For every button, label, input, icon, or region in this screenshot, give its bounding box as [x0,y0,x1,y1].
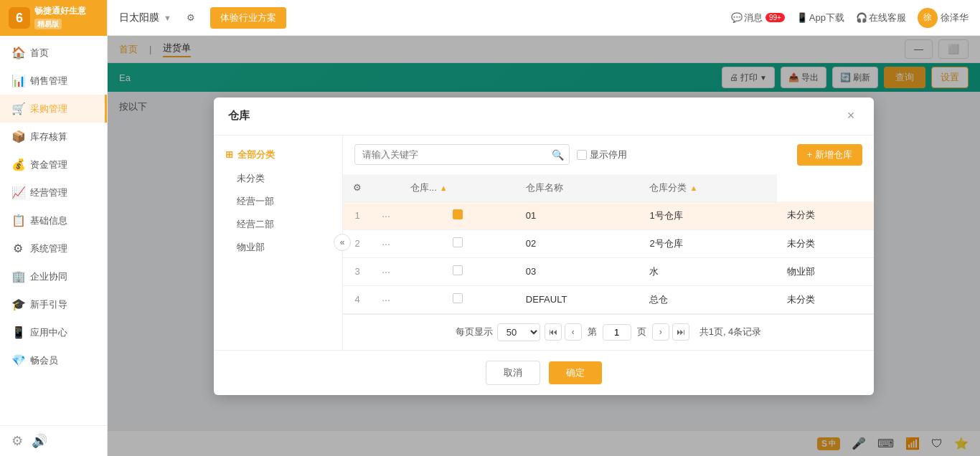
table-row[interactable]: 2··· 02 2号仓库 未分类 [343,229,874,257]
grid-icon: ⊞ [225,149,233,160]
checkbox-icon [577,150,587,160]
inventory-icon: 📦 [11,130,24,143]
enterprise-icon: 🏢 [11,270,24,283]
user-area[interactable]: 徐 徐泽华 [918,8,969,28]
base-icon: 📋 [11,214,24,227]
cat-item-all[interactable]: ⊞ 全部分类 [214,143,342,167]
row-actions[interactable]: ··· [372,201,400,229]
th-code[interactable]: 仓库... ▲ [400,174,516,202]
topbar: 日太阳膜 ▼ ⚙ 体验行业方案 💬 消息 99+ 📱 App下载 🎧 在线客服 … [108,0,980,36]
page-next-button[interactable]: › [652,323,669,341]
topbar-right: 💬 消息 99+ 📱 App下载 🎧 在线客服 徐 徐泽华 [731,8,969,28]
operations-icon: 📈 [11,186,24,199]
sidebar-item-home-label: 首页 [30,47,49,60]
sidebar: 6 畅捷通好生意 精易版 🏠 首页 📊 销售管理 🛒 采购管理 📦 库存核算 💰… [0,0,108,456]
add-warehouse-button[interactable]: + 新增仓库 [797,144,862,166]
appcenter-icon: 📱 [11,326,24,339]
dialog-header: 仓库 × [214,98,874,136]
sidebar-item-base[interactable]: 📋 基础信息 [0,206,107,234]
sidebar-item-enterprise[interactable]: 🏢 企业协同 [0,262,107,290]
per-page-select[interactable]: 50 100 200 [497,323,540,341]
table-row[interactable]: 1··· 01 1号仓库 未分类 [343,201,874,229]
row-name: 总仓 [639,285,776,313]
table-area: 🔍 显示停用 + 新增仓库 [343,136,874,350]
sidebar-nav: 🏠 首页 📊 销售管理 🛒 采购管理 📦 库存核算 💰 资金管理 📈 经营管理 … [0,36,107,425]
row-checkbox[interactable] [400,201,516,229]
dialog-close-button[interactable]: × [842,108,859,125]
dialog-title: 仓库 [228,109,250,123]
sidebar-item-system[interactable]: ⚙ 系统管理 [0,234,107,262]
cancel-button[interactable]: 取消 [486,361,540,385]
row-num: 4 [343,285,372,313]
table-header-row: ⚙ 仓库... ▲ [343,174,874,202]
th-name: 仓库名称 [516,174,640,202]
sidebar-item-home[interactable]: 🏠 首页 [0,39,107,67]
show-disabled-checkbox[interactable]: 显示停用 [577,148,627,161]
row-checkbox[interactable] [400,285,516,313]
sidebar-item-finance-label: 资金管理 [30,158,67,171]
sidebar-item-finance[interactable]: 💰 资金管理 [0,151,107,179]
finance-icon: 💰 [11,158,24,171]
cat-item-property[interactable]: 物业部 [214,236,342,259]
sidebar-item-appcenter-label: 应用中心 [30,326,67,339]
category-sidebar: ⊞ 全部分类 未分类 经营一部 经营二部 物业部 « [214,136,343,350]
topbar-settings-icon[interactable]: ⚙ [180,7,202,29]
cat-item-uncat[interactable]: 未分类 [214,167,342,190]
sidebar-item-sales[interactable]: 📊 销售管理 [0,67,107,95]
row-category: 未分类 [777,201,874,229]
sales-icon: 📊 [11,74,24,87]
store-selector[interactable]: 日太阳膜 ▼ [119,11,171,24]
notification-badge: 99+ [765,13,785,22]
app-download[interactable]: 📱 App下载 [796,11,844,24]
search-input[interactable] [354,144,570,165]
speaker-icon[interactable]: 🔊 [32,433,47,449]
row-name: 水 [639,257,776,285]
sidebar-item-appcenter[interactable]: 📱 应用中心 [0,318,107,346]
sort-icon-category: ▲ [689,184,697,192]
warehouse-dialog: 仓库 × ⊞ 全部分类 未分类 经营一部 经营二部 物业部 [214,98,874,395]
sidebar-bottom: ⚙ 🔊 [0,425,107,456]
pagination: 每页显示 50 100 200 ⏮ ‹ 第 页 [343,314,874,350]
row-actions[interactable]: ··· [372,257,400,285]
confirm-button[interactable]: 确定 [549,361,602,384]
row-category: 未分类 [777,229,874,257]
row-actions[interactable]: ··· [372,285,400,313]
search-box: 🔍 [354,144,570,165]
sidebar-item-operations[interactable]: 📈 经营管理 [0,179,107,206]
content-area: 首页 | 进货单 — ⬜ Ea 🖨 打印 ▼ 📤 导出 [108,36,980,456]
page-total-info: 共1页, 4条记录 [699,326,762,338]
page-number-input[interactable] [603,324,631,341]
page-prev-button[interactable]: ‹ [565,323,582,341]
row-actions[interactable]: ··· [372,229,400,257]
purchase-icon: 🛒 [11,102,24,115]
table-row[interactable]: 4··· DEFAULT 总仓 未分类 [343,285,874,313]
mobile-icon: 📱 [796,12,808,23]
cat-item-dept2[interactable]: 经营二部 [214,213,342,236]
sidebar-item-inventory[interactable]: 📦 库存核算 [0,123,107,151]
sidebar-item-member[interactable]: 💎 畅会员 [0,346,107,374]
settings-bottom-icon[interactable]: ⚙ [11,433,23,449]
row-code: DEFAULT [516,285,640,313]
table-row[interactable]: 3··· 03 水 物业部 [343,257,874,285]
row-name: 1号仓库 [639,201,776,229]
sidebar-item-purchase[interactable]: 🛒 采购管理 [0,95,107,123]
row-code: 01 [516,201,640,229]
row-checkbox[interactable] [400,257,516,285]
page-first-button[interactable]: ⏮ [545,323,562,341]
message-icon: 💬 [731,12,743,23]
row-checkbox[interactable] [400,229,516,257]
newbie-icon: 🎓 [11,298,24,311]
search-icon: 🔍 [552,149,564,161]
store-dropdown-arrow: ▼ [164,14,171,22]
trial-button[interactable]: 体验行业方案 [210,7,286,29]
th-category[interactable]: 仓库分类 ▲ [639,174,776,202]
notifications[interactable]: 💬 消息 99+ [731,11,785,24]
page-last-button[interactable]: ⏭ [672,323,689,341]
category-collapse-button[interactable]: « [334,234,351,251]
sidebar-item-newbie[interactable]: 🎓 新手引导 [0,290,107,318]
sidebar-item-system-label: 系统管理 [30,242,67,255]
show-disabled-label: 显示停用 [590,148,627,161]
cat-item-dept1[interactable]: 经营一部 [214,190,342,213]
th-checkbox [372,174,400,202]
online-service[interactable]: 🎧 在线客服 [856,11,906,24]
